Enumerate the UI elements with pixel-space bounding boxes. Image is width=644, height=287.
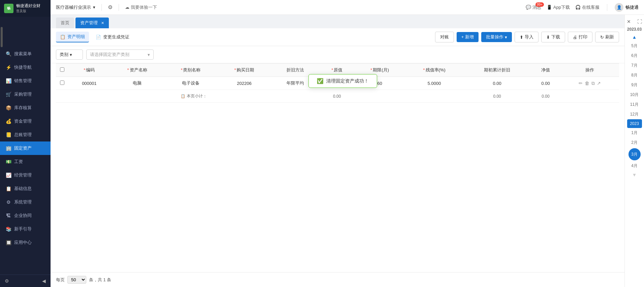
sidebar-collapse-icon[interactable]: ◀ [42,278,46,284]
reconcile-button[interactable]: 对账 [435,32,454,42]
delete-icon[interactable]: 🗑 [585,81,589,86]
sidebar-item-purchase[interactable]: 🛒 采购管理 [0,88,51,101]
month-item-12[interactable]: 12月 [627,109,642,119]
table-container: *编码 *资产名称 *类别名称 *购买日期 折旧方法 *原值 *期限(月) *残… [51,63,624,272]
panel-expand-button[interactable]: ⛶ [637,19,642,24]
month-item-8[interactable]: 8月 [627,70,642,80]
month-item-4[interactable]: 4月 [627,161,642,171]
current-year-label[interactable]: 2023 [627,119,642,128]
subtab-change-voucher[interactable]: 📄 变更生成凭证 [92,32,133,42]
category-select[interactable]: 类别 ▾ [56,50,83,60]
sidebar-item-inventory[interactable]: 📦 库存核算 [0,101,51,115]
row-residual-rate: 5.0000 [405,77,464,90]
subtotal-label-cell: 📋 本页小计： [68,90,319,103]
toolbar-buttons: 对账 + 新增 批量操作 ▾ ⬆ 导入 ⬇ 下载 [435,32,619,42]
online-service-action[interactable]: 🎧 在线客服 [575,4,600,10]
month-item-7[interactable]: 7月 [627,61,642,70]
print-button[interactable]: 🖨 打印 [568,32,592,42]
sidebar-icon-search: 🔍 [5,51,11,57]
sidebar: 畅 畅捷通好业财 普及版 🔍 搜索菜单 ⚡ 快捷导航 📊 销售管理 🛒 采购管理… [0,0,51,287]
experience-link[interactable]: ☁ 我要体验一下 [125,4,157,10]
subtotal-empty-1 [56,90,68,103]
sidebar-label-operations: 经营管理 [14,172,32,178]
row-checkbox-cell[interactable] [56,77,68,90]
new-button[interactable]: + 新增 [457,32,479,42]
tab-asset-management-label: 资产管理 [80,20,98,25]
subtab-asset-detail-label: 资产明细 [67,34,85,40]
month-item-5[interactable]: 5月 [627,41,642,51]
row-actions-cell: ✏ 🗑 ⧉ ↗ [560,77,619,90]
sidebar-item-system[interactable]: ⚙ 系统管理 [0,195,51,209]
main-area: 医疗器械行业演示 ▾ ⚙ ☁ 我要体验一下 💬 消息 99+ 📱 App下载 🎧… [51,0,644,287]
sidebar-icon-operations: 📈 [5,172,11,178]
sidebar-item-fund[interactable]: 💰 资金管理 [0,115,51,128]
month-item-11[interactable]: 11月 [627,100,642,109]
month-item-6[interactable]: 6月 [627,51,642,61]
sidebar-label-fixed_assets: 固定资产 [14,145,32,151]
user-profile[interactable]: 👤 畅捷通 [615,3,639,12]
sidebar-item-quick_nav[interactable]: ⚡ 快捷导航 [0,61,51,74]
experience-icon: ☁ [125,5,129,10]
tab-close-icon[interactable]: ✕ [101,21,104,25]
sidebar-item-enterprise[interactable]: 🏗 企业协同 [0,209,51,222]
messages-action[interactable]: 💬 消息 99+ [526,4,541,10]
month-item-2[interactable]: 2月 [627,138,642,148]
refresh-button[interactable]: ↻ 刷新 [595,32,619,42]
company-selector[interactable]: 医疗器械行业演示 ▾ [56,4,95,10]
copy-icon[interactable]: ⧉ [591,81,595,86]
row-checkbox[interactable] [60,81,64,85]
app-download-action[interactable]: 📱 App下载 [547,4,570,10]
more-icon[interactable]: ↗ [597,81,601,86]
sidebar-label-inventory: 库存核算 [14,105,32,111]
subtab-asset-detail[interactable]: 📋 资产明细 [56,32,89,42]
month-item-9[interactable]: 9月 [627,80,642,90]
download-label: 下载 [551,34,560,40]
sidebar-settings-icon[interactable]: ⚙ [5,278,9,284]
month-item-3-active[interactable]: 3月 [628,148,641,160]
month-item-10[interactable]: 10月 [627,90,642,100]
page-size-select[interactable]: 50 10 20 100 [67,276,86,284]
sidebar-label-guide: 新手引导 [14,226,32,232]
sidebar-item-search[interactable]: 🔍 搜索菜单 [0,47,51,61]
import-button[interactable]: ⬆ 导入 [515,32,539,42]
select-all-checkbox[interactable] [60,67,64,72]
total-label: 条，共 1 条 [89,277,111,283]
sidebar-item-guide[interactable]: 📚 新手引导 [0,222,51,236]
batch-label: 批量操作 [486,34,503,40]
batch-button[interactable]: 批量操作 ▾ [481,32,512,42]
company-dropdown-icon: ▾ [93,5,95,10]
tab-home[interactable]: 首页 [56,18,74,28]
user-avatar: 👤 [615,3,623,12]
sidebar-icon-fixed_assets: 🏢 [5,146,11,151]
tab-asset-management[interactable]: 资产管理 ✕ [75,18,109,28]
sidebar-item-ledger[interactable]: 📒 总账管理 [0,128,51,141]
toast-message: 清理固定资产成功！ [326,78,369,84]
sidebar-item-fixed_assets[interactable]: 🏢 固定资产 [0,141,51,155]
panel-nav-down[interactable]: ▼ [631,171,638,179]
row-purchase-date: 202206 [217,77,271,90]
category-input[interactable]: 请选择固定资产类别 ▾ [86,50,154,60]
sidebar-item-operations[interactable]: 📈 经营管理 [0,168,51,182]
sidebar-item-sales[interactable]: 📊 销售管理 [0,74,51,88]
sidebar-item-app_center[interactable]: 🔲 应用中心 [0,236,51,249]
sidebar-header: 畅 畅捷通好业财 普及版 [0,0,51,17]
th-actions: 操作 [560,64,619,77]
topbar-divider-2 [119,4,119,11]
th-net-value: 净值 [531,64,561,77]
panel-close-button[interactable]: ✕ [627,19,631,24]
sidebar-icon-purchase: 🛒 [5,92,11,97]
edit-icon[interactable]: ✏ [579,81,583,86]
month-item-1[interactable]: 1月 [627,128,642,138]
topbar-settings-icon[interactable]: ⚙ [108,4,113,10]
th-category: *类别名称 [164,64,218,77]
sidebar-item-payroll[interactable]: 💵 工资 [0,155,51,168]
import-icon: ⬆ [520,35,523,40]
sidebar-icon-enterprise: 🏗 [5,213,11,218]
sidebar-icon-app_center: 🔲 [5,240,11,245]
panel-nav-up[interactable]: ▲ [631,33,638,41]
download-button[interactable]: ⬇ 下载 [541,32,565,42]
topbar: 医疗器械行业演示 ▾ ⚙ ☁ 我要体验一下 💬 消息 99+ 📱 App下载 🎧… [51,0,644,15]
sidebar-item-basic_info[interactable]: 📋 基础信息 [0,182,51,195]
row-category: 电子设备 ✅ 清理固定资产成功！ [164,77,218,90]
sidebar-nav: 🔍 搜索菜单 ⚡ 快捷导航 📊 销售管理 🛒 采购管理 📦 库存核算 💰 资金管… [0,47,51,275]
